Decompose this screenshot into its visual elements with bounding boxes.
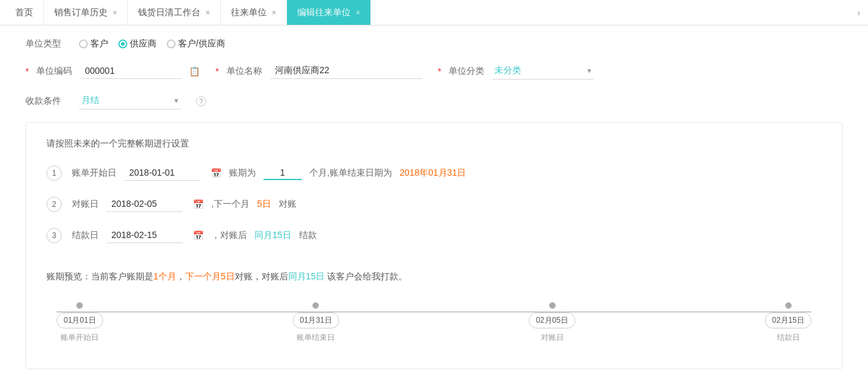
step-1-period-end: 2018年01月31日 <box>400 167 466 179</box>
tab-edit-partner-label: 编辑往来单位 <box>297 7 351 18</box>
timeline-badge-1: 01月01日 <box>57 313 103 328</box>
radio-supplier-label: 供应商 <box>130 38 157 50</box>
radio-both-label: 客户/供应商 <box>178 38 225 50</box>
payment-terms-select[interactable]: 月结 ▾ <box>79 92 181 109</box>
unit-name-group: * 单位名称 <box>215 63 422 79</box>
unit-class-required: * <box>438 66 441 76</box>
tab-partner-unit-label: 往来单位 <box>231 7 267 18</box>
step-1-period-unit: 个月,账单结束日期为 <box>309 167 392 179</box>
unit-code-calendar-icon[interactable]: 📋 <box>189 66 200 76</box>
tab-partner-unit[interactable]: 往来单位 × <box>221 0 287 25</box>
step-1-content: 账单开始日 📅 账期为 个月,账单结束日期为 2018年01月31日 <box>72 165 466 181</box>
unit-info-row: * 单位编码 📋 * 单位名称 * 单位分类 未分类 ▾ <box>25 62 843 80</box>
timeline-point-2: 01月31日 账单结束日 <box>293 302 339 343</box>
tab-cash-work-close[interactable]: × <box>206 8 210 17</box>
unit-type-label: 单位类型 <box>25 38 64 50</box>
step-1-num: 1 <box>46 165 62 181</box>
step-2-suffix-highlight: 5日 <box>257 199 271 210</box>
step-1-calendar-icon[interactable]: 📅 <box>211 168 221 178</box>
preview-part1: 1个月 <box>153 271 176 281</box>
radio-customer-label: 客户 <box>90 38 108 50</box>
unit-class-arrow-icon: ▾ <box>587 66 591 75</box>
preview-text: 账期预览：当前客户账期是1个月，下一个月5日对账，对账后同月15日 该客户会给我… <box>46 269 822 285</box>
unit-type-row: 单位类型 客户 供应商 客户/供应商 <box>25 38 843 50</box>
step-3-suffix-before: ，对账后 <box>211 230 247 241</box>
preview-part3: 同月15日 <box>288 271 325 281</box>
tab-edit-partner-close[interactable]: × <box>356 8 360 17</box>
payment-terms-help-icon[interactable]: ? <box>196 96 206 106</box>
settings-panel: 请按照未来的一个完整帐期进行设置 1 账单开始日 📅 账期为 个月,账单结束日期… <box>25 122 843 369</box>
radio-both[interactable]: 客户/供应商 <box>167 38 225 50</box>
tab-sales-history-label: 销售订单历史 <box>54 7 108 18</box>
timeline-label-3: 对账日 <box>541 332 564 343</box>
timeline-wrapper: 01月01日 账单开始日 01月31日 账单结束日 02月05日 对账日 <box>46 302 822 343</box>
radio-supplier-circle <box>118 39 127 48</box>
step-3-calendar-icon[interactable]: 📅 <box>193 230 204 241</box>
timeline-badge-2: 01月31日 <box>293 313 339 328</box>
preview-middle: 对账，对账后 <box>235 271 288 281</box>
timeline-dot-3 <box>549 302 556 309</box>
unit-name-input[interactable] <box>270 63 423 79</box>
tab-partner-unit-close[interactable]: × <box>272 8 276 17</box>
timeline-badge-3: 02月05日 <box>529 313 575 328</box>
step-3-date-input[interactable] <box>106 227 183 243</box>
unit-name-required: * <box>215 66 218 76</box>
step-2-num: 2 <box>46 197 62 212</box>
radio-customer-circle <box>79 39 88 48</box>
timeline-dot-2 <box>312 302 319 309</box>
unit-type-radio-group: 客户 供应商 客户/供应商 <box>79 38 225 50</box>
preview-section: 账期预览：当前客户账期是1个月，下一个月5日对账，对账后同月15日 该客户会给我… <box>46 258 822 353</box>
unit-code-required: * <box>25 66 29 76</box>
unit-code-group: * 单位编码 📋 <box>25 63 200 79</box>
main-content: 单位类型 客户 供应商 客户/供应商 * 单位编码 📋 * 单位名称 <box>0 25 868 387</box>
step-2-calendar-icon[interactable]: 📅 <box>193 199 204 209</box>
panel-title: 请按照未来的一个完整帐期进行设置 <box>46 138 822 150</box>
timeline-points: 01月01日 账单开始日 01月31日 账单结束日 02月05日 对账日 <box>57 302 811 343</box>
step-1-period-input[interactable] <box>263 166 302 180</box>
tab-edit-partner[interactable]: 编辑往来单位 × <box>287 0 371 25</box>
radio-customer[interactable]: 客户 <box>79 38 108 50</box>
unit-class-select[interactable]: 未分类 ▾ <box>492 62 594 80</box>
step-3-content: 结款日 📅 ，对账后 同月15日 结款 <box>72 227 317 243</box>
step-2-date-input[interactable] <box>106 196 183 212</box>
unit-code-label: 单位编码 <box>36 66 74 77</box>
payment-terms-arrow-icon: ▾ <box>174 96 178 105</box>
step-2-suffix-after: 对账 <box>279 199 297 210</box>
step-1-label: 账单开始日 <box>72 167 116 179</box>
timeline-point-4: 02月15日 结款日 <box>765 302 811 343</box>
preview-prefix: 账期预览：当前客户账期是 <box>46 271 153 281</box>
timeline-label-1: 账单开始日 <box>60 332 99 343</box>
step-3-suffix-after: 结款 <box>299 230 317 241</box>
payment-terms-row: 收款条件 月结 ▾ ? <box>25 92 843 109</box>
timeline-point-1: 01月01日 账单开始日 <box>57 302 103 343</box>
step-1-row: 1 账单开始日 📅 账期为 个月,账单结束日期为 2018年01月31日 <box>46 165 822 181</box>
tab-sales-history[interactable]: 销售订单历史 × <box>44 0 128 25</box>
unit-name-label: 单位名称 <box>227 66 265 77</box>
tab-cash-work[interactable]: 钱货日清工作台 × <box>128 0 221 25</box>
timeline-label-2: 账单结束日 <box>297 332 335 343</box>
tab-home[interactable]: 首页 <box>5 0 44 25</box>
step-2-label: 对账日 <box>72 199 99 210</box>
unit-code-input[interactable] <box>80 63 181 79</box>
radio-supplier[interactable]: 供应商 <box>118 38 157 50</box>
preview-comma1: ， <box>176 271 185 281</box>
timeline-point-3: 02月05日 对账日 <box>529 302 575 343</box>
preview-suffix: 该客户会给我打款。 <box>327 271 407 281</box>
tab-sales-history-close[interactable]: × <box>113 8 117 17</box>
step-2-row: 2 对账日 📅 ,下一个月 5日 对账 <box>46 196 822 212</box>
tabs-bar: 首页 销售订单历史 × 钱货日清工作台 × 往来单位 × 编辑往来单位 × › <box>0 0 868 25</box>
timeline-dot-1 <box>76 302 83 309</box>
tab-home-label: 首页 <box>15 7 33 18</box>
step-3-label: 结款日 <box>72 230 99 241</box>
step-2-suffix-before: ,下一个月 <box>211 199 249 210</box>
tab-cash-work-label: 钱货日清工作台 <box>138 7 200 18</box>
step-1-date-input[interactable] <box>124 165 200 181</box>
unit-class-group: * 单位分类 未分类 ▾ <box>438 62 594 80</box>
step-1-period-prefix: 账期为 <box>229 167 256 179</box>
preview-part2: 下一个月5日 <box>185 271 235 281</box>
payment-terms-label: 收款条件 <box>25 95 64 107</box>
tab-expand-button[interactable]: › <box>850 0 868 25</box>
timeline-dot-4 <box>785 302 792 309</box>
timeline-label-4: 结款日 <box>777 332 800 343</box>
payment-terms-value: 月结 <box>81 95 174 106</box>
